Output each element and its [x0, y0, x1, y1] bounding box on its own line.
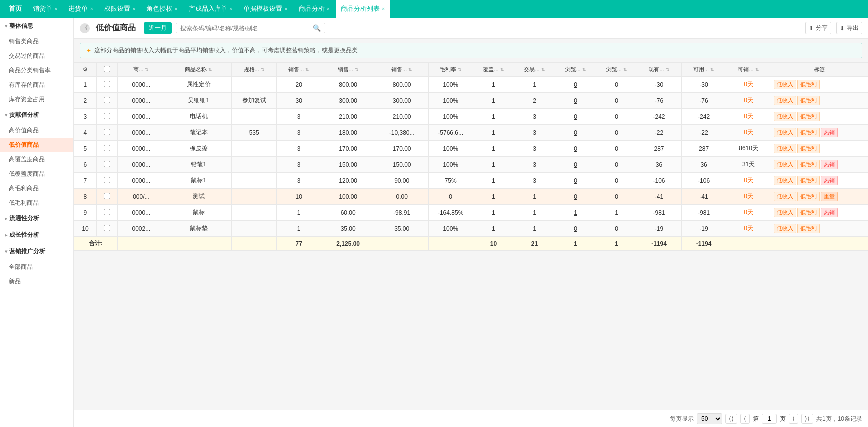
date-filter-button[interactable]: 近一月 [144, 22, 172, 34]
sidebar-item-low-coverage[interactable]: 低覆盖度商品 [0, 167, 73, 181]
nav-sales[interactable]: 销货单 × [28, 0, 62, 18]
row-name: 铅笔1 [165, 157, 232, 173]
th-name[interactable]: 商品名称 ⇅ [165, 63, 232, 77]
close-icon[interactable]: × [382, 6, 385, 12]
sidebar-item-new-goods[interactable]: 新品 [0, 274, 73, 289]
th-spec[interactable]: 规格... ⇅ [232, 63, 277, 77]
nav-template[interactable]: 单据模板设置 × [238, 0, 292, 18]
row-browse[interactable]: 0 [555, 173, 596, 189]
page-size-select[interactable]: 50 100 200 [697, 413, 722, 424]
first-page-button[interactable]: ⟨⟨ [725, 414, 737, 424]
row-available-stock: -30 [681, 77, 726, 93]
sidebar-item-all-goods[interactable]: 全部商品 [0, 260, 73, 274]
sidebar-item-stocked-goods[interactable]: 有库存的商品 [0, 78, 73, 92]
row-checkbox[interactable] [104, 97, 110, 103]
current-page-input[interactable] [762, 414, 777, 424]
search-input[interactable] [180, 25, 313, 32]
row-checkbox[interactable] [104, 81, 110, 87]
row-checkbox[interactable] [104, 145, 110, 151]
row-coverage: 1 [473, 189, 514, 205]
row-checkbox[interactable] [104, 129, 110, 135]
close-icon[interactable]: × [132, 6, 135, 12]
th-sellable-days[interactable]: 可销... ⇅ [726, 63, 771, 77]
nav-purchase[interactable]: 进货单 × [63, 0, 98, 18]
export-button[interactable]: ⬇ 导出 [836, 22, 862, 34]
sidebar-item-low-profit[interactable]: 低毛利商品 [0, 196, 73, 210]
sidebar-item-low-value[interactable]: 低价值商品 [0, 138, 73, 152]
th-sales-amt[interactable]: 销售... ⇅ [321, 63, 375, 77]
row-current-stock: 287 [637, 141, 682, 157]
row-checkbox[interactable] [104, 161, 110, 167]
th-coverage[interactable]: 覆盖... ⇅ [473, 63, 514, 77]
page-label-before: 第 [753, 415, 759, 423]
sidebar-item-high-profit[interactable]: 高毛利商品 [0, 181, 73, 196]
row-sellable-days: 0天 [726, 173, 771, 189]
row-spec [232, 157, 277, 173]
row-browse[interactable]: 0 [555, 141, 596, 157]
th-browse-conv[interactable]: 浏览... ⇅ [596, 63, 637, 77]
row-checkbox[interactable] [104, 113, 110, 119]
sidebar-item-inventory-fund[interactable]: 库存资金占用 [0, 92, 73, 107]
nav-home[interactable]: 首页 [4, 0, 27, 18]
col-settings[interactable]: ⚙ [74, 63, 97, 77]
th-sales-qty[interactable]: 销售... ⇅ [276, 63, 321, 77]
close-icon[interactable]: × [229, 6, 232, 12]
close-icon[interactable]: × [90, 6, 93, 12]
nav-role[interactable]: 角色授权 × [141, 0, 182, 18]
sidebar-item-high-coverage[interactable]: 高覆盖度商品 [0, 152, 73, 167]
th-sales-profit[interactable]: 销售... ⇅ [375, 63, 428, 77]
share-button[interactable]: ⬆ 分享 [805, 22, 831, 34]
th-gross-rate[interactable]: 毛利率 ⇅ [429, 63, 473, 77]
table-row: 40000...笔记本5353180.00-10,380...-5766.6..… [74, 125, 868, 141]
th-trade[interactable]: 交易... ⇅ [514, 63, 555, 77]
th-current-stock[interactable]: 现有... ⇅ [637, 63, 682, 77]
sidebar-group-contribution[interactable]: ▾贡献值分析 [0, 107, 73, 123]
close-icon[interactable]: × [174, 6, 177, 12]
search-icon[interactable]: 🔍 [313, 24, 321, 32]
sidebar-item-sales-goods[interactable]: 销售类商品 [0, 34, 73, 49]
sidebar-group-circulation[interactable]: ▸流通性分析 [0, 210, 73, 227]
row-browse[interactable]: 0 [555, 77, 596, 93]
row-sales-amt: 150.00 [321, 157, 375, 173]
close-icon[interactable]: × [327, 6, 330, 12]
row-browse[interactable]: 0 [555, 189, 596, 205]
page-title: 低价值商品 [96, 23, 136, 33]
th-code[interactable]: 商... ⇅ [117, 63, 165, 77]
row-browse[interactable]: 0 [555, 157, 596, 173]
nav-goods-analysis-list[interactable]: 商品分析列表 × [336, 0, 390, 18]
sidebar-group-overall[interactable]: ▾整体信息 [0, 18, 73, 34]
tag-badge: 重量 [821, 192, 838, 201]
row-checkbox[interactable] [104, 193, 110, 199]
th-available-stock[interactable]: 可用... ⇅ [681, 63, 726, 77]
row-available-stock: -242 [681, 109, 726, 125]
row-sales-amt: 120.00 [321, 173, 375, 189]
col-select-all[interactable] [96, 63, 117, 77]
row-checkbox[interactable] [104, 209, 110, 215]
row-browse[interactable]: 0 [555, 109, 596, 125]
row-current-stock: -22 [637, 125, 682, 141]
prev-page-button[interactable]: ⟨ [740, 414, 750, 424]
sidebar-item-traded-goods[interactable]: 交易过的商品 [0, 49, 73, 63]
sidebar-item-high-value[interactable]: 高价值商品 [0, 123, 73, 138]
last-page-button[interactable]: ⟩⟩ [801, 414, 813, 424]
close-icon[interactable]: × [54, 6, 57, 12]
sidebar-item-category-sales[interactable]: 商品分类销售率 [0, 63, 73, 78]
sidebar-group-marketing[interactable]: ▾营销推广分析 [0, 243, 73, 260]
chevron-down-icon: ▾ [5, 249, 7, 254]
row-browse[interactable]: 0 [555, 93, 596, 109]
sidebar-group-growth[interactable]: ▸成长性分析 [0, 227, 73, 243]
row-browse[interactable]: 0 [555, 221, 596, 237]
nav-permission[interactable]: 权限设置 × [99, 0, 140, 18]
close-icon[interactable]: × [284, 6, 287, 12]
row-browse[interactable]: 1 [555, 205, 596, 221]
th-browse[interactable]: 浏览... ⇅ [555, 63, 596, 77]
row-checkbox[interactable] [104, 225, 110, 231]
nav-inbound[interactable]: 产成品入库单 × [184, 0, 237, 18]
row-checkbox[interactable] [104, 177, 110, 183]
nav-goods-analysis[interactable]: 商品分析 × [294, 0, 335, 18]
row-browse[interactable]: 0 [555, 125, 596, 141]
data-table: ⚙ 商... ⇅ 商品名称 ⇅ 规格... ⇅ 销售... ⇅ 销售... ⇅ … [74, 62, 868, 251]
collapse-sidebar-button[interactable]: 《 [80, 23, 90, 33]
select-all-checkbox[interactable] [104, 66, 110, 72]
next-page-button[interactable]: ⟩ [789, 414, 798, 424]
